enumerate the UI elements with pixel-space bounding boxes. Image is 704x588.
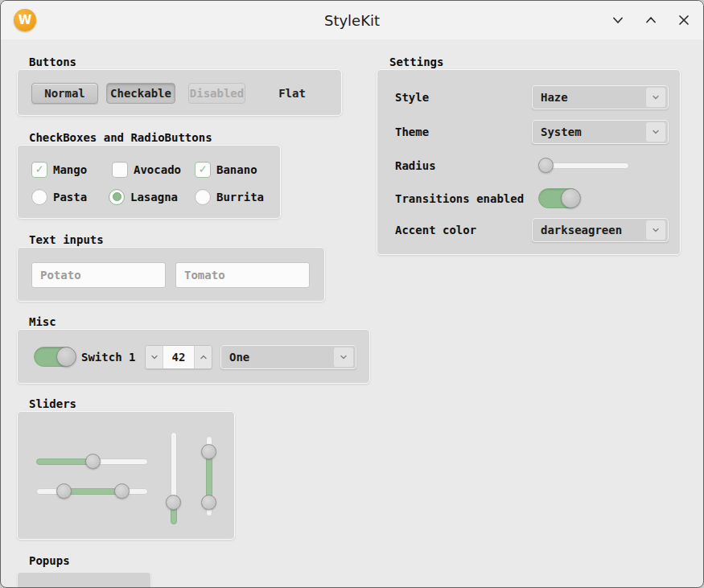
close-button[interactable] bbox=[673, 9, 695, 31]
titlebar[interactable]: W StyleKit bbox=[1, 1, 703, 39]
horizontal-range-slider-handle-second[interactable] bbox=[114, 483, 130, 499]
combobox-value: System bbox=[533, 125, 646, 138]
theme-label: Theme bbox=[395, 120, 429, 144]
spinbox-decrement-button[interactable] bbox=[146, 346, 163, 368]
app-logo-letter: W bbox=[19, 13, 32, 27]
sliders-panel bbox=[17, 411, 235, 540]
accent-color-label: Accent color bbox=[395, 218, 476, 242]
disabled-button: Disabled bbox=[188, 83, 245, 104]
style-label: Style bbox=[395, 85, 429, 109]
accent-color-combobox[interactable]: darkseagreen bbox=[532, 218, 669, 242]
radio-lasagna[interactable]: Lasagna bbox=[109, 188, 178, 205]
checkbox-label: Avocado bbox=[134, 163, 181, 176]
checks-section-header: CheckBoxes and RadioButtons bbox=[29, 130, 212, 145]
chevron-down-icon bbox=[651, 93, 661, 102]
transitions-label: Transitions enabled bbox=[395, 188, 524, 208]
radio-burrita[interactable]: Burrita bbox=[195, 188, 264, 205]
transitions-toggle[interactable] bbox=[538, 188, 580, 208]
flat-button[interactable]: Flat bbox=[266, 83, 319, 104]
spinbox[interactable]: 42 bbox=[145, 345, 212, 369]
vertical-range-slider-handle-second[interactable] bbox=[201, 495, 216, 510]
combobox-value: One bbox=[221, 351, 334, 364]
chevron-up-icon bbox=[643, 12, 659, 28]
radio-icon[interactable] bbox=[31, 189, 47, 205]
switch-knob[interactable] bbox=[56, 347, 76, 367]
misc-section-header: Misc bbox=[29, 315, 56, 329]
settings-panel: Style Haze Theme System Radius Transitio… bbox=[377, 69, 681, 255]
switch-1-label: Switch 1 bbox=[81, 347, 135, 367]
one-combobox[interactable]: One bbox=[220, 345, 356, 369]
maximize-button[interactable] bbox=[640, 9, 662, 31]
app-logo-icon: W bbox=[14, 9, 36, 31]
buttons-panel: Normal Checkable Disabled Flat bbox=[17, 69, 342, 116]
radio-label: Burrita bbox=[216, 191, 264, 204]
chevron-down-icon bbox=[651, 225, 661, 235]
radio-icon[interactable] bbox=[109, 189, 125, 205]
misc-panel: Switch 1 42 One bbox=[17, 329, 370, 384]
text-inputs-section-header: Text inputs bbox=[29, 232, 104, 247]
chevron-down-icon bbox=[610, 12, 626, 28]
combo-dropdown-button[interactable] bbox=[646, 122, 665, 142]
checkbox-mango[interactable]: ✓ Mango bbox=[31, 161, 87, 178]
spinbox-increment-button[interactable] bbox=[194, 346, 212, 368]
window-title: StyleKit bbox=[1, 1, 703, 39]
popups-section-header: Popups bbox=[29, 553, 70, 568]
chevron-down-icon bbox=[150, 352, 159, 362]
switch-knob[interactable] bbox=[561, 188, 581, 208]
chevron-down-icon bbox=[339, 352, 348, 362]
text-inputs-panel bbox=[17, 247, 325, 302]
checkbox-icon[interactable]: ✓ bbox=[31, 162, 47, 178]
combobox-value: Haze bbox=[533, 91, 646, 104]
switch-1-toggle[interactable] bbox=[34, 347, 76, 367]
sliders-section-header: Sliders bbox=[29, 397, 76, 411]
check-icon: ✓ bbox=[199, 163, 206, 175]
radio-icon[interactable] bbox=[195, 189, 211, 205]
checkbox-icon[interactable]: ✓ bbox=[195, 162, 211, 178]
potato-input[interactable] bbox=[31, 262, 166, 288]
checks-panel: ✓ Mango Avocado ✓ Banano Pasta Lasagna B… bbox=[17, 145, 281, 219]
vertical-slider-handle[interactable] bbox=[166, 495, 181, 510]
vertical-range-slider-handle-first[interactable] bbox=[201, 444, 216, 459]
radio-pasta[interactable]: Pasta bbox=[31, 188, 87, 205]
checkable-button[interactable]: Checkable bbox=[106, 83, 175, 104]
radius-label: Radius bbox=[395, 154, 436, 178]
window-controls bbox=[607, 9, 695, 31]
popups-control-partial[interactable] bbox=[17, 572, 151, 588]
combo-dropdown-button[interactable] bbox=[646, 88, 665, 107]
checkbox-banano[interactable]: ✓ Banano bbox=[195, 161, 257, 178]
radius-slider-handle[interactable] bbox=[538, 158, 554, 173]
chevron-up-icon bbox=[199, 352, 208, 362]
minimize-button[interactable] bbox=[607, 9, 629, 31]
combo-dropdown-button[interactable] bbox=[646, 220, 665, 240]
theme-combobox[interactable]: System bbox=[532, 120, 669, 144]
radio-label: Pasta bbox=[53, 191, 87, 204]
checkbox-avocado[interactable]: Avocado bbox=[112, 161, 181, 178]
radio-dot bbox=[113, 192, 121, 201]
horizontal-slider-handle[interactable] bbox=[85, 454, 101, 469]
combobox-value: darkseagreen bbox=[533, 224, 646, 236]
radio-label: Lasagna bbox=[130, 191, 178, 204]
buttons-section-header: Buttons bbox=[29, 55, 76, 69]
combo-dropdown-button[interactable] bbox=[334, 347, 353, 367]
style-combobox[interactable]: Haze bbox=[532, 85, 669, 109]
spinbox-value[interactable]: 42 bbox=[163, 346, 194, 368]
close-icon bbox=[676, 12, 692, 28]
checkbox-icon[interactable] bbox=[112, 162, 128, 178]
check-icon: ✓ bbox=[35, 163, 43, 175]
checkbox-label: Mango bbox=[53, 163, 87, 176]
settings-section-header: Settings bbox=[389, 55, 443, 69]
horizontal-range-slider-handle-first[interactable] bbox=[56, 483, 72, 499]
chevron-down-icon bbox=[651, 127, 661, 137]
normal-button[interactable]: Normal bbox=[31, 83, 98, 104]
stylekit-window: W StyleKit Buttons Normal Checkable Disa… bbox=[0, 0, 704, 588]
checkbox-label: Banano bbox=[216, 163, 257, 176]
tomato-input[interactable] bbox=[175, 262, 310, 288]
